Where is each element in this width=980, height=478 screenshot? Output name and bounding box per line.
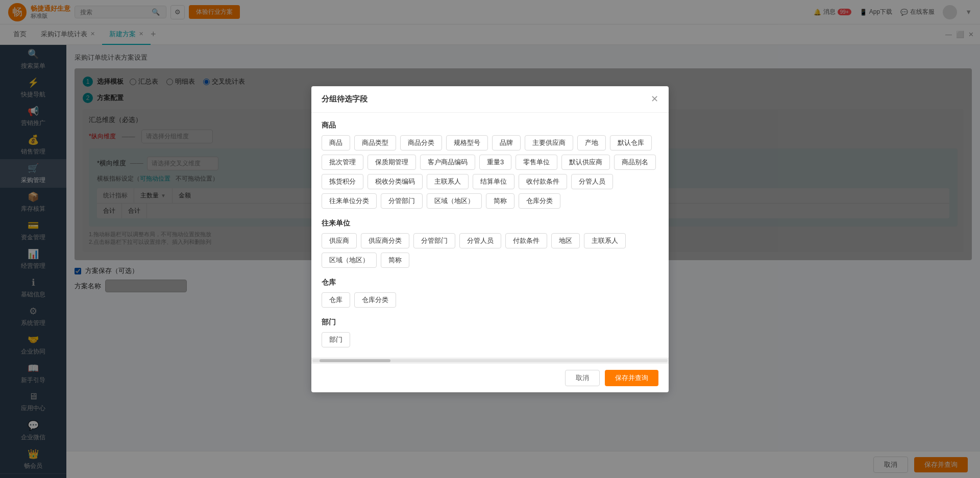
field-tag-0-2[interactable]: 商品分类 [400,135,442,150]
field-section-0: 商品商品商品类型商品分类规格型号品牌主要供应商产地默认仓库批次管理保质期管理客户… [322,121,658,209]
field-tag-1-1[interactable]: 供应商分类 [361,233,409,248]
field-section-title-2: 仓库 [322,278,658,287]
field-tag-0-25[interactable]: 仓库分类 [519,193,560,209]
field-tag-1-3[interactable]: 分管人员 [459,233,501,248]
field-tag-1-6[interactable]: 主联系人 [584,233,626,248]
field-tags-1: 供应商供应商分类分管部门分管人员付款条件地区主联系人区域（地区）简称 [322,233,658,268]
field-tag-2-0[interactable]: 仓库 [322,292,350,308]
field-tag-0-0[interactable]: 商品 [322,135,350,150]
field-tag-0-17[interactable]: 主联系人 [427,174,469,189]
modal: 分组待选字段 ✕ 商品商品商品类型商品分类规格型号品牌主要供应商产地默认仓库批次… [311,86,669,392]
field-tag-0-9[interactable]: 保质期管理 [368,155,416,170]
field-tag-0-22[interactable]: 分管部门 [381,193,423,209]
field-tag-0-23[interactable]: 区域（地区） [427,193,482,209]
field-tag-1-2[interactable]: 分管部门 [413,233,455,248]
field-section-2: 仓库仓库仓库分类 [322,278,658,308]
field-tag-0-19[interactable]: 收付款条件 [519,174,567,189]
field-tag-0-21[interactable]: 往来单位分类 [322,193,377,209]
field-tag-0-13[interactable]: 默认供应商 [561,155,610,170]
field-tags-3: 部门 [322,332,658,347]
field-tag-0-6[interactable]: 产地 [577,135,606,150]
field-tag-2-1[interactable]: 仓库分类 [354,292,396,308]
field-tag-0-12[interactable]: 零售单位 [516,155,557,170]
field-tag-0-24[interactable]: 简称 [486,193,514,209]
field-section-title-1: 往来单位 [322,219,658,228]
save-button[interactable]: 保存并查询 [605,370,658,386]
field-tags-2: 仓库仓库分类 [322,292,658,308]
modal-body: 商品商品商品类型商品分类规格型号品牌主要供应商产地默认仓库批次管理保质期管理客户… [311,113,669,359]
field-section-title-0: 商品 [322,121,658,130]
field-section-3: 部门部门 [322,318,658,347]
field-tag-1-8[interactable]: 简称 [381,253,409,268]
field-tag-0-18[interactable]: 结算单位 [473,174,514,189]
modal-title: 分组待选字段 [322,94,368,104]
field-section-1: 往来单位供应商供应商分类分管部门分管人员付款条件地区主联系人区域（地区）简称 [322,219,658,268]
field-section-title-3: 部门 [322,318,658,327]
field-tag-1-7[interactable]: 区域（地区） [322,253,377,268]
field-tag-0-16[interactable]: 税收分类编码 [368,174,423,189]
modal-overlay: 分组待选字段 ✕ 商品商品商品类型商品分类规格型号品牌主要供应商产地默认仓库批次… [0,0,980,478]
field-tag-0-3[interactable]: 规格型号 [446,135,488,150]
cancel-button[interactable]: 取消 [565,370,600,386]
field-tag-0-4[interactable]: 品牌 [492,135,521,150]
field-tags-0: 商品商品类型商品分类规格型号品牌主要供应商产地默认仓库批次管理保质期管理客户商品… [322,135,658,209]
field-tag-1-4[interactable]: 付款条件 [505,233,547,248]
field-tag-3-0[interactable]: 部门 [322,332,350,347]
modal-header: 分组待选字段 ✕ [311,86,669,113]
field-tag-1-5[interactable]: 地区 [551,233,580,248]
modal-scrollbar[interactable] [311,358,669,363]
field-tag-0-7[interactable]: 默认仓库 [610,135,652,150]
modal-footer: 取消 保存并查询 [311,364,669,392]
field-tag-0-8[interactable]: 批次管理 [322,155,363,170]
field-tag-0-14[interactable]: 商品别名 [614,155,656,170]
field-tag-0-15[interactable]: 拣货积分 [322,174,363,189]
field-tag-0-1[interactable]: 商品类型 [354,135,396,150]
field-tag-0-11[interactable]: 重量3 [479,155,511,170]
modal-close-button[interactable]: ✕ [651,94,658,104]
field-tag-0-5[interactable]: 主要供应商 [525,135,573,150]
field-tag-0-10[interactable]: 客户商品编码 [420,155,475,170]
field-tag-1-0[interactable]: 供应商 [322,233,357,248]
field-tag-0-20[interactable]: 分管人员 [571,174,613,189]
